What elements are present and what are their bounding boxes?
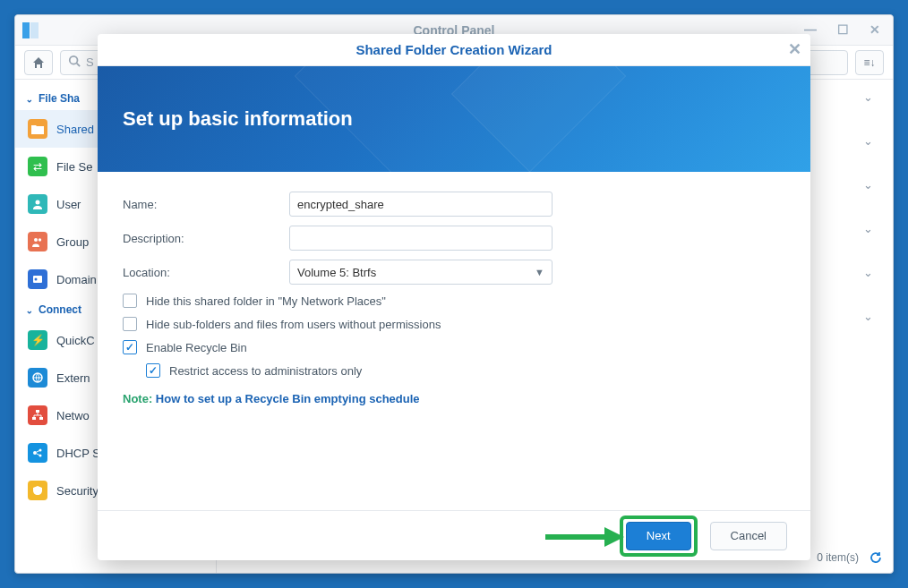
app-icon — [21, 21, 40, 40]
search-placeholder: S — [86, 55, 94, 69]
refresh-button[interactable] — [866, 548, 886, 567]
maximize-button[interactable]: ☐ — [830, 17, 855, 42]
close-icon[interactable]: ✕ — [788, 39, 801, 59]
svg-rect-12 — [39, 417, 43, 420]
svg-rect-1 — [30, 22, 39, 38]
location-value: Volume 5: Btrfs — [297, 266, 376, 279]
svg-point-2 — [70, 56, 78, 64]
enable-recycle-checkbox[interactable] — [123, 340, 137, 354]
name-label: Name: — [123, 198, 289, 211]
bolt-icon: ⚡ — [28, 330, 47, 350]
shared-folder-wizard: Shared Folder Creation Wizard ✕ Set up b… — [98, 34, 810, 560]
sidebar-item-label: Domain — [56, 273, 97, 286]
sidebar-item-label: QuickC — [56, 334, 95, 347]
next-button[interactable]: Next — [626, 522, 691, 550]
svg-rect-11 — [32, 417, 36, 420]
users-icon — [28, 232, 47, 251]
chevron-down-icon[interactable]: ⌄ — [863, 222, 873, 235]
svg-point-13 — [33, 451, 37, 455]
sort-button[interactable]: ≡↓ — [855, 50, 884, 75]
chevron-down-icon[interactable]: ⌄ — [863, 310, 873, 323]
expand-chevrons: ⌄ ⌄ ⌄ ⌄ ⌄ ⌄ — [863, 90, 873, 323]
id-icon — [28, 269, 47, 289]
svg-point-6 — [39, 238, 41, 241]
arrows-icon: ⇄ — [28, 157, 47, 176]
sidebar-item-label: File Se — [56, 160, 92, 174]
hide-subfolders-label: Hide sub-folders and files from users wi… — [146, 318, 441, 331]
sidebar-item-label: User — [56, 198, 81, 211]
note-label: Note: — [123, 392, 152, 405]
restrict-admin-label: Restrict access to administrators only — [169, 364, 362, 378]
svg-point-5 — [34, 238, 38, 242]
banner-title: Set up basic information — [123, 107, 353, 131]
chevron-down-icon[interactable]: ⌄ — [863, 178, 873, 192]
sidebar-item-label: Netwo — [56, 409, 90, 422]
hide-network-checkbox[interactable] — [123, 294, 137, 308]
sidebar-item-label: DHCP S — [56, 447, 100, 460]
share-icon — [28, 443, 47, 463]
modal-title: Shared Folder Creation Wizard — [355, 42, 552, 57]
modal-banner: Set up basic information — [98, 66, 810, 172]
globe-icon — [28, 368, 47, 388]
restrict-admin-checkbox[interactable] — [146, 363, 160, 378]
svg-rect-0 — [22, 22, 30, 38]
chevron-down-icon: ▼ — [535, 267, 544, 277]
close-window-button[interactable]: ✕ — [862, 17, 887, 42]
note-row: Note: How to set up a Recycle Bin emptyi… — [123, 392, 785, 405]
svg-point-4 — [36, 200, 40, 205]
network-icon — [28, 405, 47, 425]
svg-line-3 — [77, 64, 81, 67]
window-buttons: — ☐ ✕ — [798, 17, 887, 42]
svg-point-8 — [35, 278, 38, 281]
description-input[interactable] — [289, 226, 553, 251]
hide-subfolders-checkbox[interactable] — [123, 317, 137, 331]
folder-icon — [28, 119, 47, 139]
item-count: 0 item(s) — [817, 551, 859, 564]
cancel-button[interactable]: Cancel — [710, 522, 787, 550]
location-select[interactable]: Volume 5: Btrfs ▼ — [289, 260, 553, 285]
hide-network-label: Hide this shared folder in "My Network P… — [146, 294, 386, 308]
note-link[interactable]: How to set up a Recycle Bin emptying sch… — [156, 392, 420, 405]
chevron-down-icon[interactable]: ⌄ — [863, 266, 873, 279]
location-label: Location: — [123, 266, 289, 279]
modal-footer: Next Cancel — [98, 510, 810, 560]
sidebar-item-label: Security — [56, 484, 99, 498]
search-icon — [68, 55, 81, 70]
sidebar-item-label: Group — [56, 235, 89, 249]
description-label: Description: — [123, 232, 289, 245]
user-icon — [28, 194, 47, 214]
sidebar-item-label: Extern — [56, 371, 90, 385]
shield-icon — [28, 481, 47, 500]
modal-body: Name: Description: Location: Volume 5: B… — [98, 172, 810, 510]
home-button[interactable] — [24, 50, 53, 75]
svg-rect-10 — [36, 410, 39, 413]
enable-recycle-label: Enable Recycle Bin — [146, 341, 247, 354]
sidebar-item-label: Shared — [56, 123, 94, 136]
status-bar: 0 item(s) — [817, 548, 886, 567]
name-input[interactable] — [289, 192, 553, 217]
chevron-down-icon[interactable]: ⌄ — [863, 90, 873, 104]
modal-titlebar: Shared Folder Creation Wizard ✕ — [98, 34, 810, 66]
chevron-down-icon[interactable]: ⌄ — [863, 134, 873, 148]
next-highlight: Next — [620, 516, 698, 557]
